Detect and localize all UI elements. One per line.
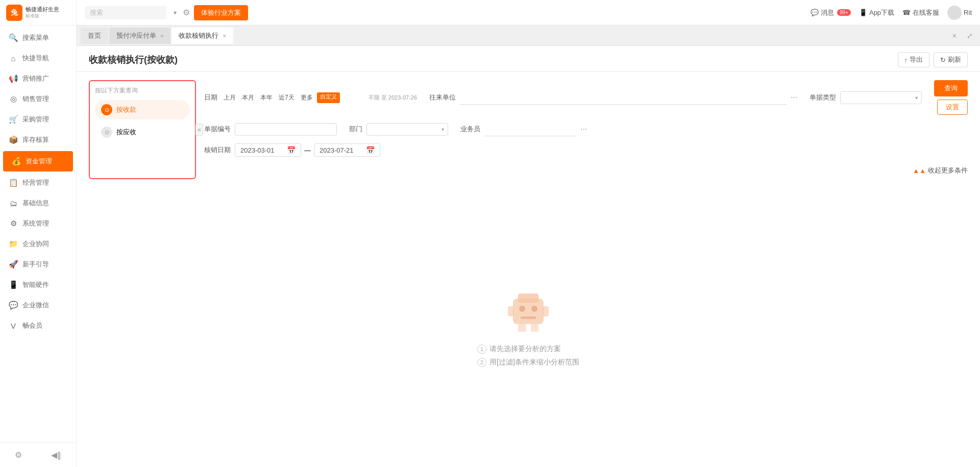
date-tabs: 上月 本月 本年 近7天 更多 自定义 [222, 92, 340, 103]
date-tab-7days[interactable]: 近7天 [277, 92, 297, 103]
query-button[interactable]: 查询 [934, 80, 968, 96]
sidebar-item-sales[interactable]: ◎ 销售管理 [0, 89, 76, 109]
sidebar-menu: 🔍 搜索菜单 ⌂ 快捷导航 📢 营销推广 ◎ 销售管理 🛒 采购管理 📦 库存核… [0, 26, 76, 443]
date-label: 日期 [204, 93, 217, 102]
by-receipt-icon: ⊙ [101, 104, 112, 115]
tabbar: 首页 预付冲应付单 × 收款核销执行 × × ⤢ [77, 26, 980, 46]
sidebar-collapse-btn[interactable]: ◀‖ [48, 447, 64, 463]
tab-writeoff[interactable]: 收款核销执行 × [172, 28, 233, 44]
tabbar-close-btn[interactable]: × [949, 31, 960, 41]
tab-writeoff-close-icon[interactable]: × [223, 33, 226, 39]
svg-rect-6 [543, 306, 549, 316]
sidebar-item-inventory[interactable]: 📦 库存核算 [0, 130, 76, 150]
svg-rect-7 [518, 324, 526, 332]
sidebar-item-system[interactable]: ⚙ 系统管理 [0, 213, 76, 234]
sidebar-item-label: 企业协同 [22, 239, 49, 249]
filter-option-by-receipt[interactable]: ⊙ 按收款 [95, 100, 190, 119]
filter-panel-title: 按以下方案查询 [95, 86, 190, 95]
sidebar-item-enterprise[interactable]: 📁 企业协同 [0, 234, 76, 254]
sidebar-item-marketing[interactable]: 📢 营销推广 [0, 68, 76, 89]
refresh-button[interactable]: ↻ 刷新 [934, 52, 968, 67]
writeoff-date-end-input[interactable]: 2023-07-21 📅 [314, 143, 380, 157]
filter-option-by-receivable[interactable]: ⊙ 按应收 [95, 122, 190, 142]
operation-icon: 📋 [8, 178, 18, 188]
by-receipt-label: 按收款 [116, 105, 136, 114]
sidebar-bottom: ⚙ ◀‖ [0, 443, 76, 467]
tab-home[interactable]: 首页 [81, 28, 108, 44]
calendar-start-icon[interactable]: 📅 [287, 146, 296, 154]
sidebar-item-guide[interactable]: 🚀 新手引导 [0, 254, 76, 275]
topbar-left: 搜索 ▾ ⚙ 体验行业方案 [85, 5, 248, 20]
sidebar-settings-btn[interactable]: ⚙ [12, 447, 25, 463]
topbar-message[interactable]: 💬 消息 99+ [811, 8, 851, 17]
date-tab-more[interactable]: 更多 [299, 92, 315, 103]
industry-btn[interactable]: 体验行业方案 [194, 5, 248, 20]
topbar-service[interactable]: ☎ 在线客服 [902, 8, 939, 17]
counterpart-dots-icon[interactable]: ··· [791, 93, 797, 102]
topbar-search-area[interactable]: 搜索 [85, 6, 166, 19]
writeoff-date-start-input[interactable]: 2023-03-01 📅 [235, 143, 301, 157]
sidebar-item-label: 快捷导航 [22, 54, 49, 63]
sidebar-item-wechat[interactable]: 💬 企业微信 [0, 295, 76, 315]
export-button[interactable]: ↑ 导出 [898, 52, 930, 67]
topbar-app-download[interactable]: 📱 App下载 [859, 8, 894, 17]
purchase-icon: 🛒 [8, 114, 18, 125]
tab-writeoff-label: 收款核销执行 [179, 31, 218, 40]
topbar-user[interactable]: Rit [947, 6, 972, 20]
message-icon: 💬 [811, 9, 819, 16]
collapse-more-label: 收起更多条件 [928, 166, 968, 175]
main-area: 搜索 ▾ ⚙ 体验行业方案 💬 消息 99+ 📱 App下载 ☎ 在线客服 Ri… [77, 0, 980, 467]
by-receivable-label: 按应收 [116, 128, 136, 137]
tab-prepay[interactable]: 预付冲应付单 × [109, 28, 170, 44]
setting-button[interactable]: 设置 [937, 100, 968, 115]
collapse-more-icon: ▲▲ [913, 167, 926, 175]
user-name: Rit [964, 9, 972, 16]
sidebar-logo: 兔 畅捷通好生意 标准版 [0, 0, 76, 26]
staff-dots-icon[interactable]: ··· [580, 125, 587, 134]
counterpart-input-area[interactable] [460, 90, 787, 105]
collapse-more-btn[interactable]: ▲▲ 收起更多条件 [204, 164, 968, 179]
topbar-arrow-icon[interactable]: ▾ [174, 9, 177, 16]
sidebar-item-label: 系统管理 [22, 219, 49, 228]
sidebar-item-hardware[interactable]: 📱 智能硬件 [0, 275, 76, 295]
date-tab-thisyear[interactable]: 本年 [258, 92, 275, 103]
marketing-icon: 📢 [8, 73, 18, 84]
tabbar-expand-icon[interactable]: ⤢ [964, 31, 976, 41]
member-icon: V [8, 321, 18, 331]
sidebar-item-search-menu[interactable]: 🔍 搜索菜单 [0, 28, 76, 48]
tab-home-label: 首页 [88, 31, 101, 40]
sidebar-item-finance[interactable]: 💰 资金管理 [3, 151, 73, 171]
export-icon: ↑ [904, 56, 908, 64]
sidebar-item-label: 经营管理 [22, 178, 49, 187]
sidebar-item-label: 新手引导 [22, 260, 49, 269]
date-custom-tag[interactable]: 自定义 [317, 92, 340, 103]
sidebar-item-basic-info[interactable]: 🗂 基础信息 [0, 193, 76, 213]
sidebar-item-purchase[interactable]: 🛒 采购管理 [0, 109, 76, 130]
empty-illustration [503, 283, 554, 334]
writeoff-date-end-text: 2023-07-21 [320, 146, 354, 154]
writeoff-date-label: 核销日期 [204, 145, 231, 155]
sidebar-item-operation[interactable]: 📋 经营管理 [0, 173, 76, 193]
filter-panel-collapse-btn[interactable]: « [195, 124, 203, 136]
sidebar-item-member[interactable]: V 畅会员 [0, 315, 76, 336]
doctype-select[interactable] [840, 91, 922, 104]
filter-docno-item: 单据编号 [204, 123, 337, 136]
export-label: 导出 [910, 55, 923, 64]
date-tab-thismonth[interactable]: 本月 [240, 92, 256, 103]
logo-text-area: 畅捷通好生意 标准版 [26, 6, 59, 19]
sidebar-item-label: 企业微信 [22, 301, 49, 310]
docno-label: 单据编号 [204, 125, 231, 134]
staff-input-area[interactable] [484, 122, 576, 136]
date-tab-lastmonth[interactable]: 上月 [222, 92, 238, 103]
sidebar-item-label: 采购管理 [22, 115, 49, 124]
calendar-end-icon[interactable]: 📅 [366, 146, 375, 154]
sidebar-item-quick-nav[interactable]: ⌂ 快捷导航 [0, 48, 76, 68]
topbar-gear-icon[interactable]: ⚙ [183, 8, 190, 17]
dept-select-wrap: ▾ [366, 123, 448, 136]
sales-icon: ◎ [8, 94, 18, 104]
dept-select[interactable] [366, 123, 448, 136]
tab-prepay-close-icon[interactable]: × [160, 33, 163, 39]
refresh-icon: ↻ [940, 56, 946, 64]
filter-counterpart-item: 往来单位 ··· [429, 90, 797, 105]
docno-input[interactable] [235, 123, 337, 136]
